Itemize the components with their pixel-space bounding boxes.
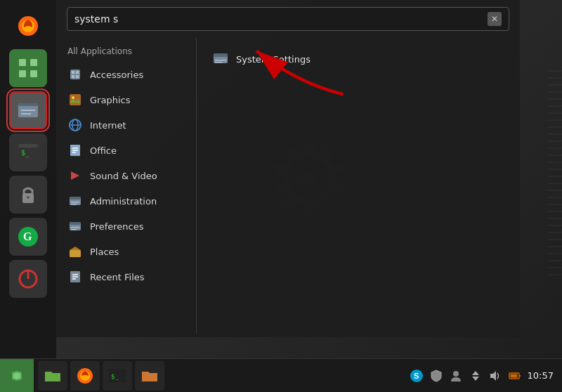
search-results-panel: System Settings bbox=[197, 38, 520, 333]
svg-rect-3 bbox=[30, 59, 37, 66]
svg-marker-61 bbox=[472, 377, 479, 381]
svg-rect-9 bbox=[21, 113, 31, 115]
dock-item-power[interactable] bbox=[9, 260, 47, 298]
category-preferences[interactable]: Preferences bbox=[56, 214, 196, 239]
dock-item-firefox[interactable] bbox=[9, 7, 47, 45]
taskbar-apps: $_ bbox=[34, 361, 410, 391]
search-input[interactable] bbox=[74, 13, 488, 25]
svg-marker-62 bbox=[490, 371, 496, 381]
dock: $_ G bbox=[0, 0, 56, 358]
svg-rect-21 bbox=[76, 71, 79, 74]
terminal-taskbar-icon: $_ bbox=[107, 366, 127, 386]
graphics-icon bbox=[67, 92, 83, 107]
application-menu: ✕ All Applications Accessories bbox=[56, 0, 520, 337]
category-places[interactable]: Places bbox=[56, 239, 196, 264]
firefox-icon bbox=[15, 13, 41, 39]
svg-text:G: G bbox=[23, 230, 32, 242]
search-clear-button[interactable]: ✕ bbox=[488, 12, 502, 26]
graphics-label: Graphics bbox=[90, 95, 130, 105]
svg-rect-50 bbox=[215, 62, 222, 63]
category-internet[interactable]: Internet bbox=[56, 112, 196, 138]
battery-tray-icon[interactable] bbox=[508, 369, 522, 383]
recent-files-label: Recent Files bbox=[90, 272, 145, 282]
svg-rect-64 bbox=[510, 374, 517, 377]
preferences-icon bbox=[67, 218, 83, 234]
power-icon bbox=[15, 266, 41, 292]
start-button[interactable] bbox=[0, 359, 34, 393]
admin-icon bbox=[15, 98, 41, 123]
taskbar-app-firefox[interactable] bbox=[70, 361, 100, 391]
folder-taskbar-icon bbox=[140, 366, 159, 386]
svg-rect-4 bbox=[19, 70, 26, 77]
system-settings-icon bbox=[212, 51, 229, 67]
preferences-label: Preferences bbox=[90, 221, 143, 232]
lock-icon bbox=[15, 182, 41, 207]
svg-rect-24 bbox=[70, 94, 81, 105]
svg-rect-20 bbox=[72, 71, 74, 74]
svg-rect-49 bbox=[215, 60, 226, 61]
svg-rect-7 bbox=[18, 103, 38, 106]
user-tray-icon[interactable] bbox=[449, 369, 463, 383]
dock-item-lock[interactable] bbox=[9, 176, 47, 214]
svg-rect-23 bbox=[76, 75, 79, 78]
svg-rect-36 bbox=[71, 202, 79, 203]
administration-icon bbox=[67, 193, 83, 209]
taskbar-app-folder[interactable] bbox=[135, 361, 164, 391]
category-graphics[interactable]: Graphics bbox=[56, 87, 196, 112]
system-tray: S bbox=[410, 369, 562, 383]
category-administration[interactable]: Administration bbox=[56, 188, 196, 214]
result-system-settings[interactable]: System Settings bbox=[204, 45, 513, 73]
internet-icon bbox=[67, 117, 83, 133]
svg-marker-60 bbox=[472, 371, 479, 375]
svg-rect-48 bbox=[214, 53, 228, 57]
svg-rect-22 bbox=[72, 75, 74, 78]
office-icon bbox=[67, 143, 83, 158]
dock-item-grammarly[interactable]: G bbox=[9, 218, 47, 256]
svg-point-25 bbox=[72, 96, 74, 99]
svg-rect-42 bbox=[70, 250, 81, 257]
sound-video-icon bbox=[67, 168, 83, 183]
svg-rect-41 bbox=[71, 229, 77, 230]
firefox-taskbar-icon bbox=[75, 366, 95, 386]
grammarly-icon: G bbox=[15, 224, 41, 249]
categories-header: All Applications bbox=[56, 44, 196, 62]
taskbar-app-terminal[interactable]: $_ bbox=[103, 361, 132, 391]
files-icon bbox=[43, 366, 63, 386]
svg-rect-35 bbox=[70, 197, 81, 200]
svg-rect-65 bbox=[519, 375, 521, 377]
network-tray-icon[interactable] bbox=[469, 369, 483, 383]
taskbar: $_ S bbox=[0, 358, 562, 392]
svg-rect-39 bbox=[70, 222, 81, 225]
skype-tray-icon[interactable]: S bbox=[410, 369, 424, 383]
svg-rect-5 bbox=[30, 70, 37, 77]
svg-rect-8 bbox=[21, 110, 35, 111]
category-sound-video[interactable]: Sound & Video bbox=[56, 163, 196, 188]
taskbar-app-files[interactable] bbox=[38, 361, 67, 391]
office-label: Office bbox=[90, 145, 117, 156]
dock-item-terminal[interactable]: $_ bbox=[9, 133, 47, 171]
svg-rect-11 bbox=[18, 144, 38, 148]
svg-point-59 bbox=[453, 371, 459, 377]
category-accessories[interactable]: Accessories bbox=[56, 62, 196, 87]
svg-rect-37 bbox=[71, 204, 77, 205]
category-office[interactable]: Office bbox=[56, 138, 196, 163]
places-icon bbox=[67, 244, 83, 259]
mint-logo-icon bbox=[6, 365, 27, 386]
dock-item-admin[interactable] bbox=[9, 91, 47, 129]
menu-content: All Applications Accessories bbox=[56, 38, 520, 333]
category-recent-files[interactable]: Recent Files bbox=[56, 264, 196, 289]
apps-grid-icon bbox=[15, 55, 41, 81]
dock-item-apps[interactable] bbox=[9, 49, 47, 87]
svg-marker-33 bbox=[71, 171, 79, 180]
sound-video-label: Sound & Video bbox=[90, 171, 157, 181]
svg-point-14 bbox=[27, 196, 30, 199]
accessories-icon bbox=[67, 67, 83, 82]
svg-rect-2 bbox=[19, 59, 26, 66]
svg-text:$_: $_ bbox=[111, 373, 119, 380]
svg-text:S: S bbox=[414, 372, 419, 380]
search-bar: ✕ bbox=[67, 7, 509, 31]
edge-decoration bbox=[548, 70, 562, 281]
security-tray-icon[interactable] bbox=[429, 369, 443, 383]
places-label: Places bbox=[90, 247, 119, 257]
volume-tray-icon[interactable] bbox=[488, 369, 502, 383]
